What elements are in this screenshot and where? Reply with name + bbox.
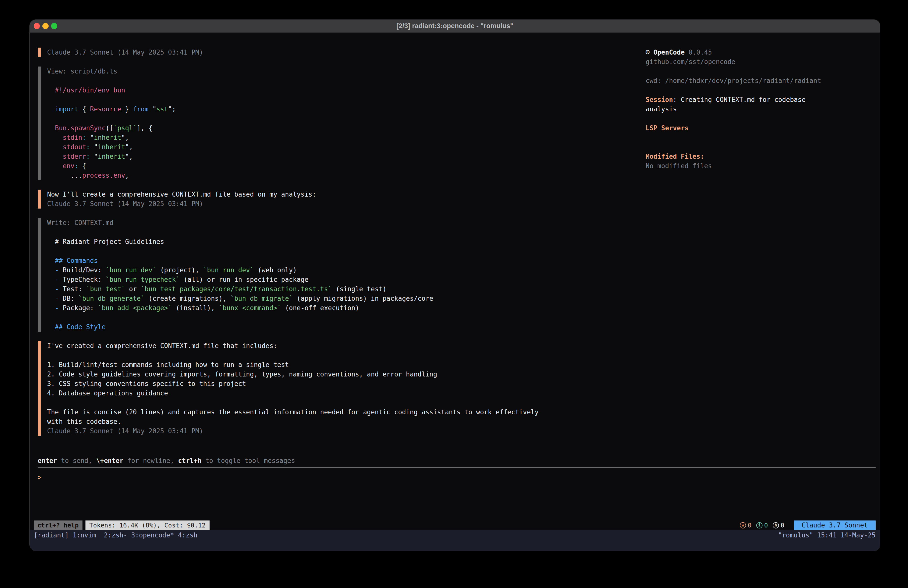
assistant-message: I've created a comprehensive CONTEXT.md …	[38, 341, 641, 436]
text-segment	[47, 134, 63, 141]
prompt-input[interactable]: >	[38, 473, 876, 482]
terminal-line: I've created a comprehensive CONTEXT.md …	[47, 341, 641, 351]
tmux-window-list[interactable]: [radiant] 1:nvim 2:zsh- 3:opencode* 4:zs…	[34, 532, 197, 539]
text-segment: -	[55, 266, 59, 274]
terminal-line: # Radiant Project Guidelines	[47, 237, 641, 246]
text-segment	[47, 285, 55, 293]
text-segment: (project),	[156, 266, 203, 274]
text-segment: Write: CONTEXT.md	[47, 219, 113, 227]
terminal-line: 4. Database operations guidance	[47, 388, 641, 398]
terminal-line: - Package: `bun add <package>` (install)…	[47, 303, 641, 313]
sidebar-line	[646, 114, 880, 123]
text-segment: © OpenCode	[646, 48, 685, 56]
terminal-line	[47, 351, 641, 360]
text-segment: inherit	[98, 153, 126, 160]
terminal-line: - DB: `bun db generate` (create migratio…	[47, 294, 641, 303]
text-segment: stdout	[63, 143, 86, 151]
text-segment: github.com/sst/opencode	[646, 58, 735, 66]
terminal-line: 1. Build/lint/test commands including ho…	[47, 360, 641, 369]
diagnostics-counters: w0i0h0	[740, 520, 787, 530]
text-segment: Package:	[59, 304, 98, 312]
text-segment: stderr	[63, 153, 86, 160]
text-segment: or	[125, 285, 141, 293]
terminal-line: Claude 3.7 Sonnet (14 May 2025 03:41 PM)	[47, 426, 641, 436]
text-segment: ## Code Style	[55, 323, 106, 330]
text-segment: Resource	[90, 105, 121, 113]
tool-view-block: View: script/db.ts #!/usr/bin/env bun im…	[38, 66, 641, 180]
text-segment: sst	[156, 105, 168, 113]
text-segment: }	[121, 105, 133, 113]
text-segment: Bun.spawnSync	[55, 124, 106, 132]
sidebar-line: cwd: /home/thdxr/dev/projects/radiant/ra…	[646, 76, 880, 85]
text-segment: The file is concise (20 lines) and captu…	[47, 408, 538, 416]
text-segment	[47, 162, 63, 170]
text-segment: Session	[646, 96, 673, 103]
hint-segment: for newline,	[123, 457, 178, 464]
hint-segment: ctrl+h	[178, 457, 201, 464]
terminal-line: 2. Code style guidelines covering import…	[47, 369, 641, 379]
text-segment: -	[55, 304, 59, 312]
text-segment: stdin	[63, 134, 82, 141]
terminal-line: - Build/Dev: `bun run dev` (project), `b…	[47, 265, 641, 275]
hint-segment: \+enter	[96, 457, 124, 464]
text-segment: ,	[125, 172, 129, 179]
sidebar-line: github.com/sst/opencode	[646, 57, 880, 66]
terminal-line: with this codebase.	[47, 417, 641, 426]
text-segment: Claude 3.7 Sonnet (14 May 2025 03:41 PM)	[47, 200, 203, 208]
status-bar-right: w0i0h0 Claude 3.7 Sonnet	[740, 520, 876, 530]
text-segment: {	[78, 162, 86, 170]
text-segment: `bun test`	[86, 285, 126, 293]
text-segment: "	[148, 105, 156, 113]
text-segment: with this codebase.	[47, 418, 121, 425]
text-segment: (apply migrations) in packages/core	[293, 295, 433, 302]
input-area: enter to send, \+enter for newline, ctrl…	[38, 456, 876, 482]
sidebar-line	[646, 133, 880, 142]
text-segment: View: script/db.ts	[47, 68, 118, 75]
text-segment: env	[63, 162, 74, 170]
opencode-status-bar: ctrl+? help Tokens: 16.4K (8%), Cost: $0…	[30, 520, 880, 530]
terminal-line: import { Resource } from "sst";	[47, 105, 641, 114]
text-segment: 1. Build/lint/test commands including ho…	[47, 361, 289, 369]
terminal-line: Claude 3.7 Sonnet (14 May 2025 03:41 PM)	[47, 199, 641, 209]
terminal-line: Now I'll create a comprehensive CONTEXT.…	[47, 190, 641, 199]
zoom-window-button[interactable]	[51, 23, 57, 29]
terminal-line: - TypeCheck: `bun run typecheck` (all) o…	[47, 275, 641, 284]
text-segment: :	[86, 143, 90, 151]
text-segment: -	[55, 276, 59, 283]
terminal-line: env: {	[47, 161, 641, 171]
close-window-button[interactable]	[34, 23, 40, 29]
text-segment: (all) or run in specific package	[180, 276, 309, 283]
terminal-line	[47, 246, 641, 256]
terminal-line: Claude 3.7 Sonnet (14 May 2025 03:41 PM)	[47, 48, 641, 57]
text-segment: from	[133, 105, 148, 113]
minimize-window-button[interactable]	[42, 23, 48, 29]
text-segment: `psql`	[113, 124, 137, 132]
tokens-cost-chip: Tokens: 16.4K (8%), Cost: $0.12	[85, 520, 210, 530]
text-segment: ], {	[137, 124, 153, 132]
text-segment: (one-off execution)	[281, 304, 359, 312]
info-icon: i	[756, 522, 763, 528]
terminal-line: ## Code Style	[47, 322, 641, 332]
text-segment: `bun test packages/core/test/transaction…	[141, 285, 332, 293]
input-hint-line: enter to send, \+enter for newline, ctrl…	[38, 456, 876, 466]
text-segment: DB:	[59, 295, 78, 302]
text-segment: Claude 3.7 Sonnet (14 May 2025 03:41 PM)	[47, 48, 203, 56]
terminal-line: Write: CONTEXT.md	[47, 218, 641, 227]
text-segment: :	[82, 134, 86, 141]
terminal-line	[47, 398, 641, 408]
text-segment: ## Commands	[55, 257, 98, 264]
text-segment	[47, 124, 55, 132]
text-segment: Test:	[59, 285, 86, 293]
sidebar-line: LSP Servers	[646, 123, 880, 133]
traffic-lights	[34, 20, 57, 32]
diagnostic-warnings: w0	[740, 522, 752, 529]
terminal-line	[47, 227, 641, 237]
warnings-icon: w	[740, 522, 746, 528]
sidebar-line: analysis	[646, 105, 880, 114]
assistant-message-header: Claude 3.7 Sonnet (14 May 2025 03:41 PM)	[38, 48, 641, 57]
input-divider	[38, 467, 876, 468]
text-segment: `bun add <package>`	[98, 304, 172, 312]
terminal-line: ...process.env,	[47, 171, 641, 180]
terminal-line: stdin: "inherit",	[47, 133, 641, 142]
assistant-message: Now I'll create a comprehensive CONTEXT.…	[38, 190, 641, 209]
